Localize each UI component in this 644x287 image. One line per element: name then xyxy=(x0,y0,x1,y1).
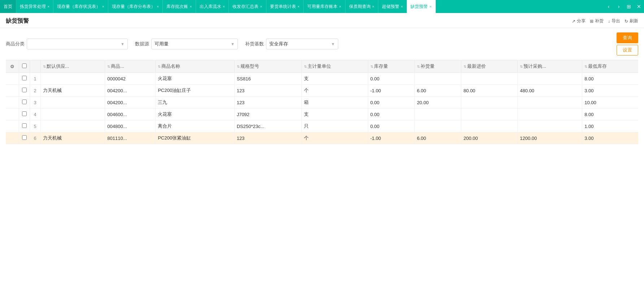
table-container: ⚙⇅默认供应...⇅商品...⇅商品名称⇅规格型号⇅主计量单位⇅库存量⇅补货量⇅… xyxy=(0,60,644,144)
filter-bar: 商品分类 ▼ 数据源 可用量 ▼ 补货基数 安全库存 ▼ 查询 设置 xyxy=(0,28,644,60)
row-number: 3 xyxy=(30,97,40,109)
cell-spec: SS816 xyxy=(234,73,302,85)
nav-tab-close[interactable]: × xyxy=(260,4,262,9)
nav-tab-label: 收发存汇总表 xyxy=(232,4,258,10)
nav-tab-close[interactable]: × xyxy=(372,4,374,9)
cell-estimated_purchase xyxy=(518,109,582,120)
row-checkbox-cell xyxy=(19,85,30,97)
header-actions: ↗ 分享 ⊞ 补货 ↓ 导出 ↻ 刷新 xyxy=(572,18,638,24)
col-header-stock[interactable]: ⇅库存量 xyxy=(368,60,414,73)
nav-tab-1[interactable]: 拣货异常处理× xyxy=(16,0,53,13)
sort-icon: ⇅ xyxy=(584,65,587,69)
nav-tab-5[interactable]: 出入库流水× xyxy=(196,0,229,13)
nav-tab-close[interactable]: × xyxy=(223,4,225,9)
col-header-spec[interactable]: ⇅规格型号 xyxy=(234,60,302,73)
datasource-select[interactable]: 可用量 ▼ xyxy=(151,39,238,49)
nav-tab-close[interactable]: × xyxy=(47,4,49,9)
col-header-estimated_purchase[interactable]: ⇅预计采购... xyxy=(518,60,582,73)
cell-replenish_qty xyxy=(414,109,461,120)
cell-min_stock: 1.00 xyxy=(582,120,638,132)
nav-tab-7[interactable]: 要货单统计表× xyxy=(266,0,304,13)
col-header-replenish_qty[interactable]: ⇅补货量 xyxy=(414,60,461,73)
col-header-product_name[interactable]: ⇅商品名称 xyxy=(156,60,234,73)
cell-replenish_qty: 20.00 xyxy=(414,97,461,109)
row-number: 4 xyxy=(30,109,40,120)
export-button[interactable]: ↓ 导出 xyxy=(608,18,620,24)
nav-tab-3[interactable]: 现存量（库存分布表）× xyxy=(108,0,163,13)
nav-tab-8[interactable]: 可用量库存账本× xyxy=(304,0,345,13)
nav-prev-button[interactable]: ‹ xyxy=(604,0,614,13)
sort-icon: ⇅ xyxy=(520,65,523,69)
cell-stock: 0.00 xyxy=(368,120,414,132)
row-number: 6 xyxy=(30,132,40,144)
cell-default_supplier xyxy=(40,109,105,120)
row-checkbox[interactable] xyxy=(22,111,27,116)
col-header-min_stock[interactable]: ⇅最低库存 xyxy=(582,60,638,73)
replenish-button[interactable]: ⊞ 补货 xyxy=(590,18,604,24)
cell-product_name: 离合片 xyxy=(156,120,234,132)
commodity-dropdown-icon: ▼ xyxy=(121,42,125,46)
refresh-button[interactable]: ↻ 刷新 xyxy=(625,18,638,24)
cell-latest_price xyxy=(461,73,518,85)
nav-tab-close[interactable]: × xyxy=(157,4,159,9)
row-checkbox[interactable] xyxy=(22,88,27,92)
nav-restore-button[interactable]: ⊞ xyxy=(624,0,634,13)
row-checkbox[interactable] xyxy=(22,123,27,128)
col-header-unit[interactable]: ⇅主计量单位 xyxy=(302,60,368,73)
datasource-select-value: 可用量 xyxy=(155,41,169,47)
nav-tab-close[interactable]: × xyxy=(297,4,300,9)
sort-icon: ⇅ xyxy=(304,65,307,69)
nav-tab-2[interactable]: 现存量（库存状况表）× xyxy=(53,0,108,13)
sort-icon: ⇅ xyxy=(107,65,110,69)
nav-tab-10[interactable]: 超储预警× xyxy=(378,0,407,13)
table-row: 3004200...三九123箱0.0020.0010.00 xyxy=(6,97,638,109)
row-checkbox[interactable] xyxy=(22,100,27,104)
nav-tab-label: 缺货预警 xyxy=(410,4,428,10)
cell-spec: 123 xyxy=(234,132,302,144)
nav-tab-11[interactable]: 缺货预警× xyxy=(407,0,435,13)
col-header-default_supplier[interactable]: ⇅默认供应... xyxy=(40,60,105,73)
table-row: 6力天机械801110...PC200张紧油缸123个-1.006.00200.… xyxy=(6,132,638,144)
nav-tab-label: 库存批次账 xyxy=(166,4,188,10)
query-button[interactable]: 查询 xyxy=(617,32,638,43)
cell-spec: DS250*23c... xyxy=(234,120,302,132)
cell-estimated_purchase xyxy=(518,73,582,85)
nav-tab-0[interactable]: 首页 xyxy=(0,0,16,13)
replenish-base-select[interactable]: 安全库存 ▼ xyxy=(266,39,338,49)
cell-product_name: 火花塞 xyxy=(156,109,234,120)
table-settings-icon[interactable]: ⚙ xyxy=(10,64,14,69)
settings-button[interactable]: 设置 xyxy=(617,45,638,56)
replenish-base-label: 补货基数 xyxy=(245,41,264,47)
select-all-checkbox[interactable] xyxy=(22,63,27,68)
nav-tab-label: 出入库流水 xyxy=(200,4,221,10)
nav-next-button[interactable]: › xyxy=(614,0,624,13)
share-button[interactable]: ↗ 分享 xyxy=(572,18,586,24)
nav-tab-9[interactable]: 保质期查询× xyxy=(345,0,378,13)
cell-latest_price xyxy=(461,120,518,132)
cell-latest_price: 200.00 xyxy=(461,132,518,144)
nav-tab-close[interactable]: × xyxy=(339,4,341,9)
main-content: 缺货预警 ↗ 分享 ⊞ 补货 ↓ 导出 ↻ 刷新 商品分类 xyxy=(0,13,644,287)
nav-close-button[interactable]: ✕ xyxy=(634,0,644,13)
col-header-product_code[interactable]: ⇅商品... xyxy=(105,60,156,73)
nav-tab-close[interactable]: × xyxy=(190,4,192,9)
cell-estimated_purchase: 1200.00 xyxy=(518,132,582,144)
cell-estimated_purchase xyxy=(518,120,582,132)
col-header-latest_price[interactable]: ⇅最新进价 xyxy=(461,60,518,73)
cell-spec: 123 xyxy=(234,85,302,97)
cell-stock: 0.00 xyxy=(368,109,414,120)
col-header-settings: ⚙ xyxy=(6,60,19,73)
nav-tab-6[interactable]: 收发存汇总表× xyxy=(229,0,266,13)
nav-tab-4[interactable]: 库存批次账× xyxy=(163,0,196,13)
row-checkbox[interactable] xyxy=(22,135,27,140)
cell-product_code: 004800... xyxy=(105,120,156,132)
cell-product_code: 0000042 xyxy=(105,73,156,85)
nav-tab-close[interactable]: × xyxy=(102,4,104,9)
row-checkbox[interactable] xyxy=(22,76,27,80)
cell-estimated_purchase: 480.00 xyxy=(518,85,582,97)
commodity-select[interactable]: ▼ xyxy=(27,39,128,49)
datasource-dropdown-icon: ▼ xyxy=(231,42,235,46)
replenish-base-filter-group: 补货基数 安全库存 ▼ xyxy=(245,39,338,49)
nav-tab-close[interactable]: × xyxy=(401,4,403,9)
nav-tab-close[interactable]: × xyxy=(429,4,431,9)
